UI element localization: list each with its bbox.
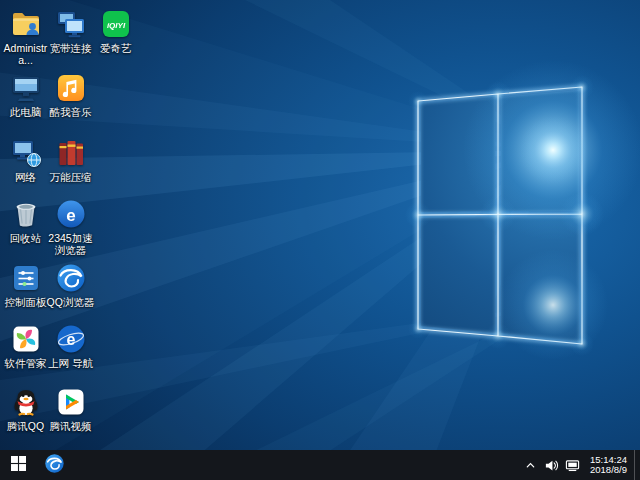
broadband-connection-icon <box>55 8 87 40</box>
tencent-qq-penguin-icon <box>10 386 42 418</box>
desktop-icon-label: QQ浏览器 <box>44 296 98 308</box>
kuwo-music-icon <box>55 72 87 104</box>
desktop-icon-wanneng-zip[interactable]: 万能压缩 <box>48 137 93 183</box>
desktop-icon-label: 2345加速浏览器 <box>44 232 98 256</box>
system-tray: 15:14:24 2018/8/9 <box>520 450 640 480</box>
network-icon[interactable] <box>562 450 583 480</box>
software-manager-icon <box>10 323 42 355</box>
taskbar-browser-button[interactable] <box>36 450 72 480</box>
desktop-icon-label: 万能压缩 <box>44 171 98 183</box>
wanneng-zip-icon <box>55 137 87 169</box>
desktop-icon-qq-browser[interactable]: QQ浏览器 <box>48 262 93 308</box>
start-button[interactable] <box>0 450 36 480</box>
recycle-bin-icon <box>10 198 42 230</box>
control-panel-icon <box>10 262 42 294</box>
volume-icon[interactable] <box>541 450 562 480</box>
desktop-icon-web-navigation[interactable]: e 上网 导航 <box>48 323 93 369</box>
desktop-icon-this-pc[interactable]: 此电脑 <box>3 72 48 118</box>
iqiyi-icon: iQIYI <box>100 8 132 40</box>
desktop-icon-broadband-connection[interactable]: 宽带连接 <box>48 8 93 54</box>
windows-logo-icon <box>11 456 26 474</box>
desktop: Administra... 宽带连接 iQIYI 爱奇艺 <box>0 0 640 480</box>
browser-e-glyph: e <box>66 206 75 225</box>
desktop-icon-label: 爱奇艺 <box>89 42 143 54</box>
desktop-icon-label: 上网 导航 <box>44 357 98 369</box>
desktop-icon-label: 腾讯视频 <box>44 420 98 432</box>
desktop-icon-tencent-video[interactable]: 腾讯视频 <box>48 386 93 432</box>
desktop-icon-control-panel[interactable]: 控制面板 <box>3 262 48 308</box>
desktop-icon-recycle-bin[interactable]: 回收站 <box>3 198 48 244</box>
desktop-icon-iqiyi[interactable]: iQIYI 爱奇艺 <box>93 8 138 54</box>
2345-browser-icon: e <box>55 198 87 230</box>
taskbar-clock[interactable]: 15:14:24 2018/8/9 <box>583 455 634 476</box>
web-navigation-icon: e <box>55 323 87 355</box>
qq-browser-icon <box>55 262 87 294</box>
browser-swirl-icon <box>44 453 65 477</box>
desktop-icon-kuwo-music[interactable]: 酷我音乐 <box>48 72 93 118</box>
desktop-icon-label: 酷我音乐 <box>44 106 98 118</box>
taskbar: 15:14:24 2018/8/9 <box>0 450 640 480</box>
desktop-icon-user-folder[interactable]: Administra... <box>3 8 48 66</box>
iqiyi-wordmark: iQIYI <box>106 21 125 30</box>
user-folder-icon <box>10 8 42 40</box>
desktop-icon-network[interactable]: 网络 <box>3 137 48 183</box>
network-icon <box>10 137 42 169</box>
desktop-icon-2345-browser[interactable]: e 2345加速浏览器 <box>48 198 93 256</box>
clock-date: 2018/8/9 <box>590 465 627 476</box>
this-pc-icon <box>10 72 42 104</box>
tray-expand-chevron-icon[interactable] <box>520 450 541 480</box>
desktop-icon-tencent-qq[interactable]: 腾讯QQ <box>3 386 48 432</box>
show-desktop-button[interactable] <box>634 450 640 480</box>
tencent-video-icon <box>55 386 87 418</box>
desktop-icon-software-manager[interactable]: 软件管家 <box>3 323 48 369</box>
